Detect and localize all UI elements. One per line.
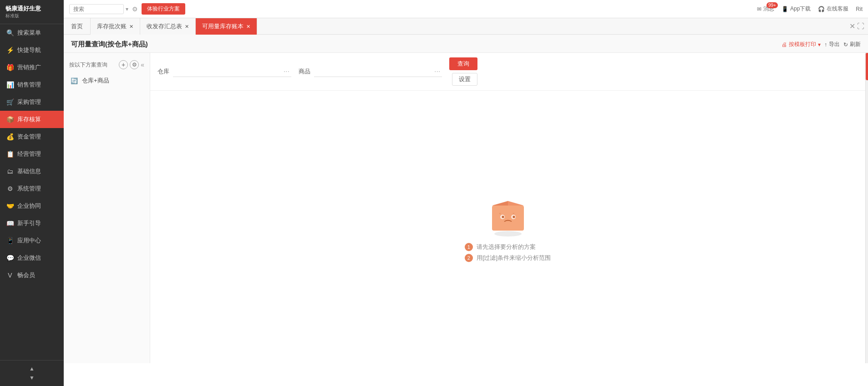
sidebar-label-member: 畅会员 [17, 271, 35, 279]
tab-home[interactable]: 首页 [64, 18, 91, 35]
warehouse-product-icon: 🔄 [70, 77, 78, 85]
template-chevron-icon: ▾ [818, 41, 821, 48]
sidebar-item-basic[interactable]: 🗂基础信息 [0, 163, 64, 180]
scroll-up-arrow[interactable]: ▲ [27, 364, 36, 373]
empty-svg: × × [485, 192, 531, 237]
filter-collapse-icon[interactable]: « [141, 61, 144, 68]
tab-batch-ledger-close[interactable]: ✕ [129, 18, 133, 35]
message-button[interactable]: ✉ 消息 99+ [757, 5, 774, 13]
tab-available-stock-close[interactable]: ✕ [246, 18, 250, 35]
topbar-right: ✉ 消息 99+ 📱 App下载 🎧 在线客服 Rit [757, 5, 863, 13]
svg-marker-2 [492, 201, 508, 206]
sidebar-item-marketing[interactable]: 🎁营销推广 [0, 59, 64, 76]
sidebar-nav: 🔍搜索菜单⚡快捷导航🎁营销推广📊销售管理🛒采购管理📦库存核算💰资金管理📋经营管理… [0, 24, 64, 360]
sidebar-item-sales[interactable]: 📊销售管理 [0, 76, 64, 93]
sidebar-item-operations[interactable]: 📋经营管理 [0, 145, 64, 163]
gear-icon[interactable]: ⚙ [132, 5, 138, 13]
expand-tab-button[interactable]: ⛶ [857, 22, 864, 31]
product-field-group: 商品 ··· [299, 66, 442, 77]
query-area: 仓库 ··· 商品 ··· 查询 [150, 53, 865, 363]
message-badge: 99+ [766, 2, 778, 8]
template-print-button[interactable]: 🖨 按模板打印 ▾ [782, 41, 821, 48]
sales-icon: 📊 [6, 81, 14, 88]
warehouse-input-wrapper: ··· [173, 66, 291, 77]
refresh-icon: ↻ [843, 41, 848, 48]
empty-tips: 1 请先选择要分析的方案 2 用[过滤]条件来缩小分析范围 [465, 243, 551, 262]
product-input-wrapper: ··· [314, 66, 442, 77]
tabbar: 首页 库存批次账 ✕ 收发存汇总表 ✕ 可用量库存账本 ✕ ✕ ⛶ [64, 18, 868, 35]
user-menu[interactable]: Rit [856, 6, 863, 12]
filter-setting-button[interactable]: ⚙ [130, 60, 139, 69]
filter-item-warehouse-product[interactable]: 🔄 仓库+商品 [64, 73, 150, 88]
topbar: ▾ ⚙ 体验行业方案 ✉ 消息 99+ 📱 App下载 🎧 在线客服 Rit [64, 0, 868, 18]
shortcut-icon: ⚡ [6, 46, 14, 54]
tab-stock-summary-label: 收发存汇总表 [147, 18, 182, 35]
query-button[interactable]: 查询 [449, 57, 477, 70]
inventory-icon: 📦 [6, 116, 14, 123]
trial-button[interactable]: 体验行业方案 [142, 3, 185, 15]
sidebar-label-inventory: 库存核算 [17, 115, 41, 124]
export-button[interactable]: ↑ 导出 [824, 41, 840, 48]
page-title: 可用量查询(按仓库+商品) [71, 40, 148, 49]
refresh-button[interactable]: ↻ 刷新 [843, 41, 861, 48]
purchase-icon: 🛒 [6, 98, 14, 106]
app-download-button[interactable]: 📱 App下载 [782, 5, 811, 13]
sidebar-arrows: ▲ ▼ [0, 364, 64, 382]
page-header: 可用量查询(按仓库+商品) 🖨 按模板打印 ▾ ↑ 导出 ↻ 刷新 [64, 35, 868, 53]
sidebar-item-member[interactable]: V畅会员 [0, 267, 64, 284]
chevron-down-icon[interactable]: ▾ [126, 6, 128, 12]
tab-available-stock[interactable]: 可用量库存账本 ✕ [196, 18, 257, 35]
tip-number-2: 2 [465, 254, 473, 262]
main-area: ▾ ⚙ 体验行业方案 ✉ 消息 99+ 📱 App下载 🎧 在线客服 Rit 首… [64, 0, 868, 386]
warehouse-label: 仓库 [157, 67, 169, 76]
filter-sidebar-actions: + ⚙ « [119, 60, 144, 69]
finance-icon: 💰 [6, 133, 14, 140]
warehouse-input[interactable] [175, 67, 284, 76]
tab-stock-summary-close[interactable]: ✕ [185, 18, 189, 35]
printer-icon: 🖨 [782, 41, 787, 48]
svg-point-0 [494, 231, 522, 237]
right-scrollbar[interactable] [865, 53, 868, 363]
sidebar-item-finance[interactable]: 💰资金管理 [0, 128, 64, 145]
refresh-label: 刷新 [850, 41, 861, 48]
sidebar-item-search[interactable]: 🔍搜索菜单 [0, 24, 64, 41]
user-label: Rit [856, 6, 863, 12]
sidebar-item-shortcut[interactable]: ⚡快捷导航 [0, 41, 64, 59]
online-service-button[interactable]: 🎧 在线客服 [818, 5, 848, 13]
marketing-icon: 🎁 [6, 64, 14, 71]
filter-add-button[interactable]: + [119, 60, 128, 69]
sidebar-item-inventory[interactable]: 📦库存核算 [0, 111, 64, 128]
svg-text:×: × [499, 211, 501, 216]
product-input[interactable] [316, 67, 434, 76]
enterprise-icon: 🤝 [6, 202, 14, 210]
page-actions: 🖨 按模板打印 ▾ ↑ 导出 ↻ 刷新 [782, 41, 861, 48]
empty-state: × × 1 请先选择要分析的方案 2 用[过滤]条件来缩小分析范围 [150, 91, 865, 363]
sidebar-label-system: 系统管理 [17, 185, 41, 193]
close-tab-button[interactable]: ✕ [849, 22, 855, 31]
svg-marker-3 [508, 201, 524, 206]
app-subtitle: 标准版 [5, 13, 58, 19]
sidebar-item-purchase[interactable]: 🛒采购管理 [0, 93, 64, 111]
empty-tip-1: 1 请先选择要分析的方案 [465, 243, 551, 251]
sidebar-item-apps[interactable]: 📱应用中心 [0, 232, 64, 249]
operations-icon: 📋 [6, 150, 14, 158]
topbar-search: ▾ [69, 4, 128, 14]
product-more-icon[interactable]: ··· [434, 67, 440, 76]
sidebar-label-basic: 基础信息 [17, 167, 41, 175]
search-input[interactable] [69, 4, 124, 14]
sidebar-item-enterprise[interactable]: 🤝企业协同 [0, 197, 64, 215]
warehouse-more-icon[interactable]: ··· [284, 67, 289, 76]
sidebar-item-wechat[interactable]: 💬企业微信 [0, 249, 64, 267]
sidebar-label-apps: 应用中心 [17, 237, 41, 245]
sidebar-item-guide[interactable]: 📖新手引导 [0, 215, 64, 232]
settings-button[interactable]: 设置 [452, 73, 477, 86]
tab-batch-ledger[interactable]: 库存批次账 ✕ [91, 18, 140, 35]
sidebar-label-shortcut: 快捷导航 [17, 46, 41, 54]
warehouse-field-group: 仓库 ··· [157, 66, 291, 77]
app-download-label: App下载 [790, 5, 811, 13]
headset-icon: 🎧 [818, 6, 825, 12]
scroll-down-arrow[interactable]: ▼ [27, 373, 36, 382]
tab-stock-summary[interactable]: 收发存汇总表 ✕ [140, 18, 196, 35]
sidebar-bottom: ▲ ▼ [0, 360, 64, 386]
sidebar-item-system[interactable]: ⚙系统管理 [0, 180, 64, 197]
